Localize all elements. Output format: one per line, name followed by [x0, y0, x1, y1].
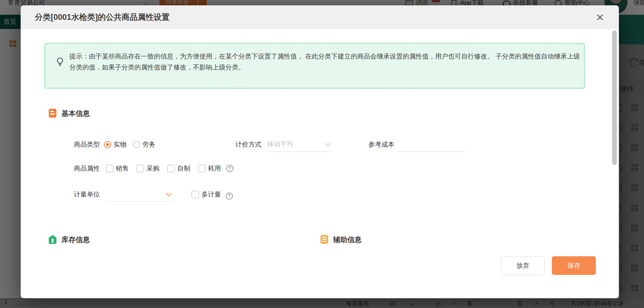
checkbox-multi-unit-label[interactable]: 多计量 — [201, 190, 221, 199]
basic-info-icon — [49, 109, 56, 118]
chevron-down-icon — [325, 140, 331, 146]
chevron-down-icon — [166, 190, 172, 196]
pricing-method-value: 移动平均 — [267, 140, 293, 149]
save-button[interactable]: 保存 — [552, 256, 596, 275]
radio-physical-label[interactable]: 实物 — [113, 140, 126, 149]
section-inventory-info: 库存信息 — [61, 235, 90, 244]
modal-scrollbar-thumb[interactable] — [612, 30, 617, 165]
screen: 常青贸易公司 我要体验一下 ••• 消息 App下载 在线客服 帮助中心 张阳 … — [0, 0, 644, 308]
section-basic-info: 基本信息 — [61, 109, 90, 118]
checkbox-sale[interactable] — [106, 165, 113, 172]
radio-physical[interactable] — [104, 141, 111, 148]
checkbox-purchase[interactable] — [136, 165, 144, 172]
checkbox-self-made-label[interactable]: 自制 — [177, 164, 190, 173]
close-icon[interactable]: ✕ — [593, 11, 607, 24]
checkbox-consume[interactable] — [198, 165, 206, 172]
table-extra-mask — [619, 44, 644, 308]
cancel-button[interactable]: 放弃 — [501, 256, 544, 275]
checkbox-multi-unit[interactable] — [191, 191, 199, 198]
checkbox-self-made[interactable] — [167, 165, 175, 172]
unit-label: 计量单位 — [49, 190, 100, 199]
radio-service[interactable] — [133, 141, 140, 148]
dialog-title: 分类[0001水枪类]的公共商品属性设置 — [35, 5, 170, 29]
attrs-help-icon[interactable]: ? — [226, 165, 233, 172]
pricing-method-select[interactable]: 移动平均 — [267, 137, 332, 152]
checkbox-sale-label[interactable]: 销售 — [116, 164, 129, 173]
product-attrs-label: 商品属性 — [49, 164, 100, 173]
checkbox-consume-label[interactable]: 耗用 — [208, 164, 221, 173]
lightbulb-icon — [55, 57, 65, 67]
radio-service-label[interactable]: 劳务 — [142, 140, 155, 149]
pricing-method-label: 计价方式 — [229, 140, 261, 149]
reference-cost-input[interactable] — [398, 137, 466, 152]
attribute-settings-dialog: 分类[0001水枪类]的公共商品属性设置 ✕ 提示：由于某些商品存在一致的信息，… — [21, 5, 619, 298]
reference-cost-label: 参考成本 — [362, 140, 394, 149]
pagination-extra-mask — [0, 298, 619, 308]
multi-unit-help-icon[interactable]: ? — [226, 192, 233, 200]
dialog-header: 分类[0001水枪类]的公共商品属性设置 ✕ — [21, 5, 619, 29]
auxiliary-info-icon — [321, 235, 328, 244]
unit-select[interactable] — [106, 187, 173, 202]
inventory-info-icon — [49, 235, 56, 244]
product-type-label: 商品类型 — [49, 140, 100, 149]
tip-text: 提示：由于某些商品存在一致的信息，为方便使用，在某个分类下设置了属性值， 在此分… — [69, 51, 582, 73]
checkbox-purchase-label[interactable]: 采购 — [147, 164, 160, 173]
section-auxiliary-info: 辅助信息 — [333, 235, 362, 244]
